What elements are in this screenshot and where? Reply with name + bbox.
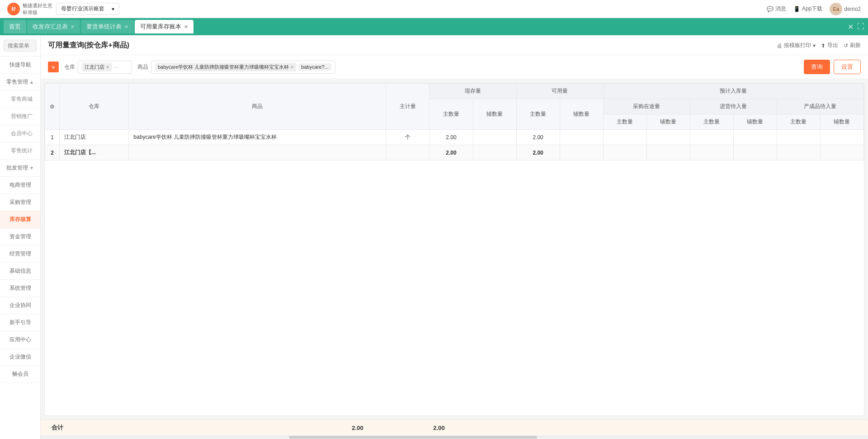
page-title-row: 可用量查询(按仓库+商品) 🖨 按模板打印 ▾ ⬆ 导出 ↺ 刷新 [48,41,861,50]
page-header: 可用量查询(按仓库+商品) 🖨 按模板打印 ▾ ⬆ 导出 ↺ 刷新 [41,35,868,55]
settings-button[interactable]: 设置 [834,60,861,74]
td-available-sub-2 [560,145,603,160]
warehouse-filter-group: 仓库 江北门店 ✕ ··· [64,61,132,74]
sidebar-item-purchase[interactable]: 采购管理 [0,194,40,211]
close-window-btn[interactable]: ✕ [848,23,854,31]
td-product-1: babycare学饮杯 儿童防摔防撞吸管杯重力球吸嘴杯宝宝水杯 [129,130,386,145]
sidebar-item-retail[interactable]: 零售管理 ▲ [0,74,40,91]
th-warehouse: 仓库 [60,84,129,130]
td-purchase-sub-2 [646,145,690,160]
scroll-thumb[interactable] [289,436,537,439]
td-no-1: 1 [45,130,60,145]
tab-home[interactable]: 首页 [4,20,26,33]
td-inbound-main-2 [690,145,733,160]
tab-close-orders[interactable]: ✕ [124,24,128,30]
sidebar-item-inventory[interactable]: 库存核算 [0,211,40,228]
table-wrapper: ⚙ 仓库 商品 主计量 现存量 可用量 预计入库量 主数量 辅数量 主数量 辅数… [44,83,864,416]
footer-label: 合计 [48,424,337,432]
maximize-btn[interactable]: ⛶ [857,23,864,31]
sidebar-item-members[interactable]: 会员中心 [0,125,40,142]
logo-icon: 好 [7,3,20,15]
sidebar-search-area [0,35,40,57]
user-action[interactable]: Ea demo2 [830,3,861,15]
data-table: ⚙ 仓库 商品 主计量 现存量 可用量 预计入库量 主数量 辅数量 主数量 辅数… [45,83,864,160]
th-production-sub: 辅数量 [820,114,863,130]
sidebar-item-ecommerce[interactable]: 电商管理 [0,177,40,194]
message-action[interactable]: 💬 消息 [767,5,786,13]
warehouse-input[interactable]: 江北门店 ✕ ··· [78,61,132,74]
print-btn[interactable]: 🖨 按模板打印 ▾ [777,42,816,49]
th-purchase-sub: 辅数量 [646,114,690,130]
td-stock-main-2: 2.00 [429,145,473,160]
sidebar-item-app-center[interactable]: 应用中心 [0,331,40,349]
filter-actions: 查询 设置 [804,60,861,74]
sidebar-item-basics[interactable]: 基础信息 [0,263,40,280]
product-tag-1-close[interactable]: ✕ [290,65,294,70]
td-unit-2 [386,145,429,160]
tab-bar-actions: ✕ ⛶ [848,23,864,31]
table-footer: 合计 2.00 2.00 [41,420,868,435]
filter-expand-btn[interactable]: » [48,61,59,72]
td-purchase-main-2 [603,145,646,160]
td-inbound-main-1 [690,130,733,145]
top-bar-right: 💬 消息 📱 App下载 Ea demo2 [767,3,861,15]
sidebar-item-finance[interactable]: 资金管理 [0,228,40,245]
sidebar-item-operations[interactable]: 经营管理 [0,245,40,263]
th-incoming-group: 预计入库量 [603,84,863,99]
tab-receipts[interactable]: 收发存汇总表 ✕ [27,20,80,33]
sidebar-item-system[interactable]: 系统管理 [0,280,40,297]
th-inbound-main: 主数量 [690,114,733,130]
th-stock-group: 现存量 [429,84,516,99]
sidebar-item-enterprise[interactable]: 企业协同 [0,297,40,314]
sidebar-item-guide[interactable]: 新手引导 [0,314,40,331]
refresh-icon: ↺ [844,42,848,49]
th-settings[interactable]: ⚙ [45,84,60,130]
td-warehouse-2: 江北门店【... [60,145,129,160]
table-row: 2 江北门店【... 2.00 2.00 [45,145,864,160]
sidebar-item-quick-nav[interactable]: 快捷导航 [0,57,40,74]
product-tag-2: babycare?... [298,63,331,71]
td-stock-sub-2 [473,145,516,160]
sidebar-item-retail-stats[interactable]: 零售统计 [0,142,40,160]
filter-bar: » 仓库 江北门店 ✕ ··· 商品 babycare学饮杯 儿童防摔防撞吸管杯… [41,55,868,79]
sidebar-item-enterprise-wechat[interactable]: 企业微信 [0,349,40,366]
th-inbound-group: 进货待入量 [690,99,777,114]
main-layout: 快捷导航 零售管理 ▲ 零售商城 营销推广 会员中心 零售统计 批发管理 ▼ 电… [0,35,868,439]
td-warehouse-1: 江北门店 [60,130,129,145]
th-purchase-main: 主数量 [603,114,646,130]
th-available-main: 主数量 [516,99,560,130]
sidebar-item-vip[interactable]: 畅会员 [0,366,40,383]
export-btn[interactable]: ⬆ 导出 [821,42,838,49]
print-icon: 🖨 [777,42,782,49]
td-available-main-2: 2.00 [516,145,560,160]
td-inbound-sub-1 [733,130,777,145]
product-filter-group: 商品 babycare学饮杯 儿童防摔防撞吸管杯重力球吸嘴杯宝宝水杯 ✕ bab… [137,61,335,74]
app-download-action[interactable]: 📱 App下载 [793,5,822,13]
chevron-down-icon-print: ▾ [813,42,816,49]
horizontal-scrollbar[interactable] [41,435,868,439]
td-unit-1: 个 [386,130,429,145]
header-actions: 🖨 按模板打印 ▾ ⬆ 导出 ↺ 刷新 [777,42,861,49]
td-purchase-main-1 [603,130,646,145]
footer-stock-main: 2.00 [337,425,378,431]
sidebar-item-marketing[interactable]: 营销推广 [0,108,40,125]
industry-select[interactable]: 母婴行业演示账套 ▾ [56,3,119,15]
td-stock-sub-1 [473,130,516,145]
refresh-btn[interactable]: ↺ 刷新 [844,42,861,49]
sidebar-search-input[interactable] [4,40,37,52]
warehouse-ellipsis: ··· [114,64,118,70]
tab-close-available[interactable]: ✕ [184,24,188,30]
tab-close-receipts[interactable]: ✕ [71,24,75,30]
sidebar-item-retail-mall[interactable]: 零售商城 [0,91,40,108]
th-unit: 主计量 [386,84,429,130]
tab-available[interactable]: 可用量库存账本 ✕ [135,20,193,33]
warehouse-tag-close[interactable]: ✕ [106,65,109,70]
product-input[interactable]: babycare学饮杯 儿童防摔防撞吸管杯重力球吸嘴杯宝宝水杯 ✕ babyca… [151,61,335,74]
tab-orders[interactable]: 要货单统计表 ✕ [81,20,134,33]
content-area: 可用量查询(按仓库+商品) 🖨 按模板打印 ▾ ⬆ 导出 ↺ 刷新 [41,35,868,439]
query-button[interactable]: 查询 [804,60,830,74]
th-stock-sub: 辅数量 [473,99,516,130]
td-production-main-1 [777,130,820,145]
sidebar-item-wholesale[interactable]: 批发管理 ▼ [0,160,40,177]
footer-available-main: 2.00 [419,425,459,431]
